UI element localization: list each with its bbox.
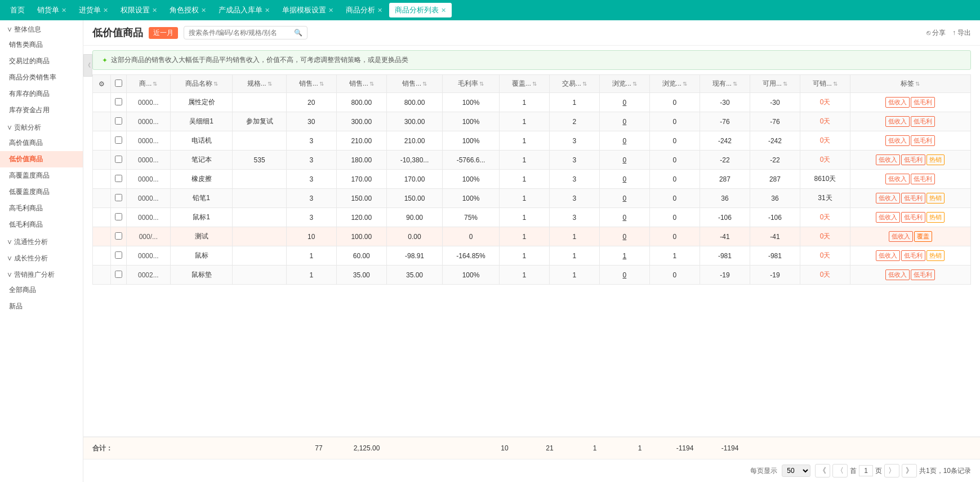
th-sales3[interactable]: 销售...⇅ <box>386 75 442 93</box>
th-transaction[interactable]: 交易...⇅ <box>549 75 599 93</box>
nav-product-analysis-list-close[interactable]: ✕ <box>441 7 446 14</box>
td-checkbox[interactable] <box>111 93 127 112</box>
td-checkbox[interactable] <box>111 189 127 208</box>
select-all-checkbox[interactable] <box>115 79 122 87</box>
td-browse1[interactable]: 0 <box>599 112 649 131</box>
th-spec[interactable]: 规格...⇅ <box>233 75 286 93</box>
th-saleable[interactable]: 可销...⇅ <box>800 75 850 93</box>
row-checkbox[interactable] <box>115 271 122 278</box>
sidebar-item-traded-goods[interactable]: 交易过的商品 <box>0 53 83 69</box>
nav-sales-close[interactable]: ✕ <box>61 7 66 14</box>
row-checkbox[interactable] <box>115 175 122 182</box>
th-code[interactable]: 商...⇅ <box>127 75 171 93</box>
nav-role[interactable]: 角色授权✕ <box>164 3 212 17</box>
row-checkbox[interactable] <box>115 98 122 105</box>
td-browse1[interactable]: 0 <box>599 170 649 189</box>
td-checkbox[interactable] <box>111 246 127 266</box>
row-checkbox[interactable] <box>115 156 122 163</box>
td-checkbox[interactable] <box>111 131 127 151</box>
th-coverage[interactable]: 覆盖...⇅ <box>499 75 549 93</box>
row-checkbox[interactable] <box>115 251 122 259</box>
sidebar-item-sales-goods[interactable]: 销售类商品 <box>0 37 83 53</box>
th-margin[interactable]: 毛利率⇅ <box>443 75 500 93</box>
th-settings[interactable]: ⚙ <box>93 75 111 93</box>
th-browse2[interactable]: 浏览...⇅ <box>649 75 700 93</box>
row-checkbox[interactable] <box>115 194 122 201</box>
browse-link[interactable]: 0 <box>623 118 627 126</box>
nav-product-analysis[interactable]: 商品分析✕ <box>340 3 388 17</box>
row-checkbox[interactable] <box>115 136 122 144</box>
export-button[interactable]: ↑ 导出 <box>952 28 971 38</box>
row-checkbox[interactable] <box>115 213 122 220</box>
nav-product-analysis-close[interactable]: ✕ <box>377 7 382 14</box>
sidebar-group-liquidity[interactable]: ∨ 流通性分析 <box>0 233 83 249</box>
sidebar-item-high-value[interactable]: 高价值商品 <box>0 135 83 151</box>
row-checkbox[interactable] <box>115 117 122 125</box>
search-input[interactable] <box>189 29 292 37</box>
td-checkbox[interactable] <box>111 170 127 189</box>
page-size-select[interactable]: 50 100 200 <box>782 465 810 477</box>
sidebar-item-stock-goods[interactable]: 有库存的商品 <box>0 86 83 102</box>
browse-link[interactable]: 0 <box>623 99 627 107</box>
row-checkbox[interactable] <box>115 232 122 240</box>
td-browse1[interactable]: 0 <box>599 151 649 170</box>
td-browse1[interactable]: 0 <box>599 227 649 246</box>
td-browse1[interactable]: 0 <box>599 131 649 151</box>
time-range-tag[interactable]: 近一月 <box>149 27 178 39</box>
nav-home[interactable]: 首页 <box>5 3 30 17</box>
sidebar-item-high-margin[interactable]: 高毛利商品 <box>0 200 83 216</box>
sidebar-item-category-sales[interactable]: 商品分类销售率 <box>0 69 83 86</box>
td-checkbox[interactable] <box>111 151 127 170</box>
th-sales2[interactable]: 销售...⇅ <box>336 75 386 93</box>
browse-link[interactable]: 1 <box>623 252 627 260</box>
prev-page-btn[interactable]: 〈 <box>832 464 848 477</box>
sidebar-item-high-coverage[interactable]: 高覆盖度商品 <box>0 167 83 184</box>
sidebar-item-new-goods[interactable]: 新品 <box>0 298 83 315</box>
nav-purchase[interactable]: 进货单✕ <box>73 3 114 17</box>
nav-role-close[interactable]: ✕ <box>201 7 206 14</box>
last-page-btn[interactable]: 》 <box>902 464 917 477</box>
browse-link[interactable]: 0 <box>623 233 627 241</box>
nav-permission-close[interactable]: ✕ <box>152 7 157 14</box>
sidebar-item-low-coverage[interactable]: 低覆盖度商品 <box>0 184 83 200</box>
browse-link[interactable]: 0 <box>623 175 627 183</box>
th-current[interactable]: 现有...⇅ <box>700 75 750 93</box>
td-browse1[interactable]: 0 <box>599 189 649 208</box>
nav-template-close[interactable]: ✕ <box>328 7 333 14</box>
th-name[interactable]: 商品名称⇅ <box>170 75 233 93</box>
nav-product-analysis-list[interactable]: 商品分析列表✕ <box>389 3 452 17</box>
td-checkbox[interactable] <box>111 208 127 227</box>
sidebar-group-growth[interactable]: ∨ 成长性分析 <box>0 249 83 266</box>
next-page-btn[interactable]: 〉 <box>884 464 899 477</box>
search-icon[interactable]: 🔍 <box>294 29 302 37</box>
nav-product-inbound-close[interactable]: ✕ <box>265 7 270 14</box>
th-checkbox[interactable] <box>111 75 127 93</box>
td-checkbox[interactable] <box>111 112 127 131</box>
share-button[interactable]: ⎋ 分享 <box>926 28 946 38</box>
sidebar-item-stock-capital[interactable]: 库存资金占用 <box>0 102 83 118</box>
td-browse1[interactable]: 1 <box>599 246 649 266</box>
sidebar-item-low-value[interactable]: 低价值商品 <box>0 151 83 167</box>
td-checkbox[interactable] <box>111 227 127 246</box>
nav-purchase-close[interactable]: ✕ <box>103 7 108 14</box>
browse-link[interactable]: 0 <box>623 214 627 222</box>
nav-product-inbound[interactable]: 产成品入库单✕ <box>213 3 275 17</box>
nav-sales[interactable]: 销货单✕ <box>32 3 72 17</box>
sidebar-collapse-btn[interactable]: 《 <box>83 54 92 77</box>
sidebar-item-low-margin[interactable]: 低毛利商品 <box>0 216 83 233</box>
td-browse1[interactable]: 0 <box>599 93 649 112</box>
browse-link[interactable]: 0 <box>623 194 627 202</box>
th-sales1[interactable]: 销售...⇅ <box>286 75 336 93</box>
th-available[interactable]: 可用...⇅ <box>750 75 800 93</box>
th-browse1[interactable]: 浏览...⇅ <box>599 75 649 93</box>
th-tags[interactable]: 标签⇅ <box>850 75 970 93</box>
nav-permission[interactable]: 权限设置✕ <box>115 3 163 17</box>
td-browse1[interactable]: 0 <box>599 208 649 227</box>
td-checkbox[interactable] <box>111 266 127 285</box>
browse-link[interactable]: 0 <box>623 156 627 164</box>
browse-link[interactable]: 0 <box>623 137 627 145</box>
first-page-btn[interactable]: 《 <box>815 464 830 477</box>
sidebar-item-all-goods[interactable]: 全部商品 <box>0 282 83 298</box>
nav-template[interactable]: 单据模板设置✕ <box>277 3 339 17</box>
browse-link[interactable]: 0 <box>623 271 627 279</box>
